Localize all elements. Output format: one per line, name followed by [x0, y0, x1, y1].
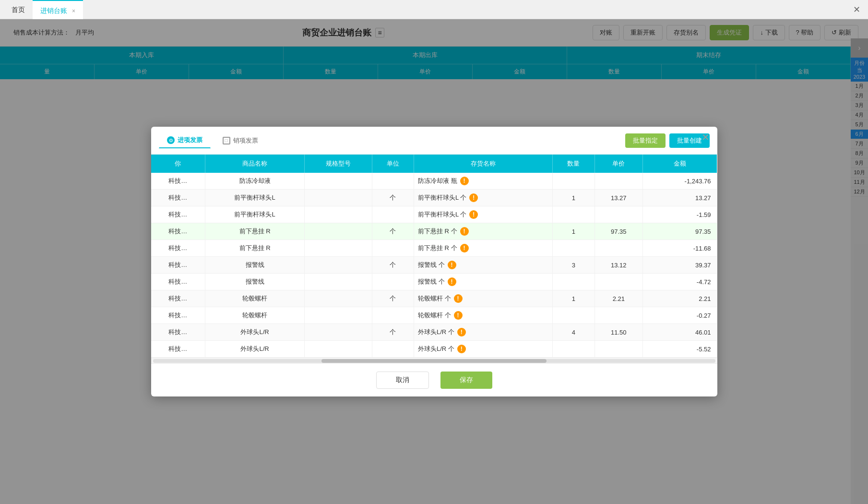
table-cell	[305, 324, 372, 341]
table-cell: 个	[372, 324, 414, 341]
table-cell	[595, 274, 643, 290]
table-cell: 报警线	[205, 257, 305, 274]
tab-input-invoice[interactable]: ⊙ 进项发票	[159, 132, 211, 148]
col-header-stock: 存货名称	[414, 155, 552, 173]
table-cell	[305, 173, 372, 190]
modal-close-icon[interactable]: ✕	[702, 132, 710, 142]
cancel-button[interactable]: 取消	[376, 372, 429, 389]
tab-home[interactable]: 首页	[4, 0, 33, 19]
modal-footer: 取消 保存	[151, 363, 717, 396]
table-cell: 前下悬挂 R	[205, 223, 305, 240]
warning-icon: !	[469, 210, 478, 219]
warning-icon: !	[469, 193, 478, 202]
table-cell: 97.35	[595, 223, 643, 240]
tab-close-icon[interactable]: ×	[72, 8, 75, 14]
table-row[interactable]: 科技…报警线报警线 个!-4.72	[151, 274, 717, 290]
main-area: 销售成本计算方法： 月平均 商贸企业进销台账 ≡ 对账 重新开账 存货别名 生成…	[0, 19, 868, 504]
warning-icon: !	[448, 261, 456, 269]
table-cell: 1	[553, 290, 595, 307]
table-cell	[305, 274, 372, 290]
table-cell: 防冻冷却液	[205, 173, 305, 190]
table-row[interactable]: 科技…轮毂螺杆轮毂螺杆 个!-0.27	[151, 307, 717, 324]
table-cell: 个	[372, 190, 414, 206]
warning-icon: !	[454, 311, 463, 320]
table-cell: 13.27	[643, 190, 717, 206]
table-cell: 科技…	[151, 206, 205, 223]
table-cell: 外球头L/R	[205, 341, 305, 358]
scrollbar-thumb[interactable]	[321, 359, 547, 363]
save-button[interactable]: 保存	[440, 372, 492, 389]
table-row[interactable]: 科技…前下悬挂 R前下悬挂 R 个!-11.68	[151, 240, 717, 257]
batch-assign-button[interactable]: 批量指定	[625, 133, 666, 148]
table-cell: -5.52	[643, 341, 717, 358]
modal-dialog: ⊙ 进项发票 □ 销项发票 批量指定 批量创建 ✕ 你	[151, 127, 717, 396]
table-cell: 3	[553, 257, 595, 274]
table-cell	[372, 307, 414, 324]
table-row[interactable]: 科技…前下悬挂 R个前下悬挂 R 个!197.3597.35	[151, 223, 717, 240]
table-cell	[553, 274, 595, 290]
table-cell: 个	[372, 257, 414, 274]
modal-overlay: ⊙ 进项发票 □ 销项发票 批量指定 批量创建 ✕ 你	[0, 19, 868, 504]
input-invoice-icon: ⊙	[167, 136, 175, 144]
table-cell	[553, 240, 595, 257]
table-cell: 1	[553, 223, 595, 240]
warning-icon: !	[460, 244, 469, 252]
table-cell: 报警线	[205, 274, 305, 290]
table-cell	[372, 341, 414, 358]
table-cell: -1.59	[643, 206, 717, 223]
modal-table-wrap: 你 商品名称 规格型号 单位 存货名称 数量 单价 金额 科技…防冻冷却液防冻冷…	[151, 155, 717, 358]
table-cell	[305, 190, 372, 206]
table-cell	[305, 341, 372, 358]
table-cell: 轮毂螺杆	[205, 307, 305, 324]
table-cell	[553, 307, 595, 324]
stock-name-cell: 外球头L/R 个!	[414, 341, 552, 358]
tab-ledger[interactable]: 进销台账 ×	[33, 0, 83, 19]
table-cell: -0.27	[643, 307, 717, 324]
table-cell: 39.37	[643, 257, 717, 274]
col-header-spec: 规格型号	[305, 155, 372, 173]
window-close-icon[interactable]: ✕	[853, 4, 860, 15]
table-cell	[305, 307, 372, 324]
table-cell	[372, 240, 414, 257]
table-cell: 1	[553, 190, 595, 206]
table-row[interactable]: 科技…报警线个报警线 个!313.1239.37	[151, 257, 717, 274]
table-row[interactable]: 科技…外球头L/R外球头L/R 个!-5.52	[151, 341, 717, 358]
table-cell: 13.12	[595, 257, 643, 274]
col-header-price: 单价	[595, 155, 643, 173]
stock-name-cell: 前下悬挂 R 个!	[414, 223, 552, 240]
table-cell	[595, 206, 643, 223]
table-cell: -1,243.76	[643, 173, 717, 190]
stock-name-cell: 防冻冷却液 瓶!	[414, 173, 552, 190]
table-cell	[305, 206, 372, 223]
warning-icon: !	[460, 177, 469, 185]
table-row[interactable]: 科技…轮毂螺杆个轮毂螺杆 个!12.212.21	[151, 290, 717, 307]
table-cell: 个	[372, 223, 414, 240]
tab-output-invoice[interactable]: □ 销项发票	[214, 133, 266, 148]
table-row[interactable]: 科技…防冻冷却液防冻冷却液 瓶!-1,243.76	[151, 173, 717, 190]
table-cell: 4	[553, 324, 595, 341]
table-row[interactable]: 科技…前平衡杆球头L前平衡杆球头L 个!-1.59	[151, 206, 717, 223]
scrollbar-track[interactable]	[153, 359, 715, 363]
warning-icon: !	[457, 328, 466, 336]
table-header-row: 你 商品名称 规格型号 单位 存货名称 数量 单价 金额	[151, 155, 717, 173]
stock-name-cell: 报警线 个!	[414, 274, 552, 290]
table-cell	[553, 341, 595, 358]
table-cell: 科技…	[151, 290, 205, 307]
table-cell: 前平衡杆球头L	[205, 190, 305, 206]
table-cell: 科技…	[151, 324, 205, 341]
col-header-unit: 单位	[372, 155, 414, 173]
modal-header: ⊙ 进项发票 □ 销项发票 批量指定 批量创建 ✕	[151, 127, 717, 155]
horizontal-scrollbar[interactable]	[151, 358, 717, 363]
warning-icon: !	[460, 227, 469, 236]
col-header-amount: 金额	[643, 155, 717, 173]
stock-name-cell: 前平衡杆球头L 个!	[414, 190, 552, 206]
table-row[interactable]: 科技…外球头L/R个外球头L/R 个!411.5046.01	[151, 324, 717, 341]
table-cell: 科技…	[151, 190, 205, 206]
col-header-product: 商品名称	[205, 155, 305, 173]
table-cell: 46.01	[643, 324, 717, 341]
table-cell: 科技…	[151, 341, 205, 358]
table-cell: 轮毂螺杆	[205, 290, 305, 307]
table-cell	[305, 257, 372, 274]
table-row[interactable]: 科技…前平衡杆球头L个前平衡杆球头L 个!113.2713.27	[151, 190, 717, 206]
table-cell	[595, 341, 643, 358]
